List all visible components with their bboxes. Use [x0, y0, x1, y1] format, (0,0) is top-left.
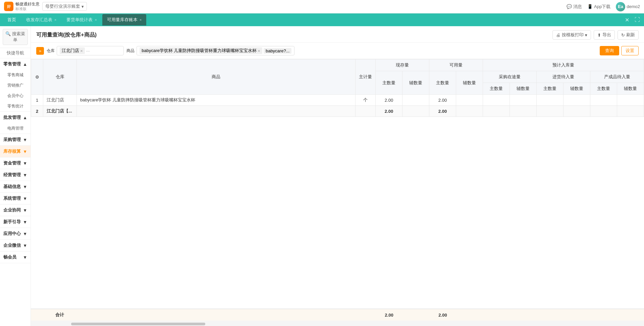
header-right: 💬 消息 📱 App下载 Ea demo2: [567, 2, 640, 11]
table-settings-header[interactable]: ⚙: [31, 59, 43, 95]
main-layout: 🔍 搜索菜单 快捷导航 零售管理 ▲ 零售商城 营销推广 会员中心 零售统计 批…: [0, 26, 644, 326]
retail-arrow-icon: ▲: [23, 62, 27, 67]
filter-expand-button[interactable]: »: [36, 47, 44, 55]
scroll-thumb[interactable]: [71, 323, 205, 325]
horizontal-scrollbar[interactable]: [31, 321, 644, 326]
query-actions: 查询 设置: [600, 46, 639, 55]
tab-order-stat[interactable]: 要货单统计表 ×: [62, 14, 101, 26]
row-2-current-main: 2.00: [376, 106, 402, 117]
order-stat-tab-close[interactable]: ×: [95, 18, 97, 22]
wechat-label: 企业微信: [3, 242, 21, 248]
maximize-button[interactable]: ⛶: [633, 16, 641, 24]
finance-arrow-icon: ▼: [23, 161, 27, 166]
page-header: 可用量查询(按仓库+商品) 🖨 按模板打印 ▾ ⬆ 导出 ↻ 刷新: [31, 26, 644, 43]
wholesale-arrow-icon: ▲: [23, 115, 27, 120]
close-window-button[interactable]: ✕: [624, 16, 631, 24]
sidebar-section-operation: 经营管理 ▼: [0, 169, 31, 181]
row-1-incoming-main: [537, 95, 564, 106]
sidebar-purchase-header[interactable]: 采购管理 ▼: [0, 134, 31, 145]
avatar: Ea: [616, 2, 625, 11]
msg-icon: 💬: [567, 4, 572, 9]
available-tab-label: 可用量库存账本: [107, 17, 138, 23]
sidebar-newuser-header[interactable]: 新手引导 ▼: [0, 216, 31, 228]
tab-receive[interactable]: 收发存汇总表 ×: [21, 14, 61, 26]
row-2-incoming-main: [537, 106, 564, 117]
row-1-index: 1: [31, 95, 43, 106]
warehouse-tag-close[interactable]: ×: [80, 48, 83, 53]
sidebar-appstore-header[interactable]: 应用中心 ▼: [0, 228, 31, 239]
sidebar-basic-header[interactable]: 基础信息 ▼: [0, 181, 31, 192]
incoming-header: 进货待入量: [537, 71, 590, 83]
sidebar-item-membership[interactable]: 会员中心: [0, 91, 31, 101]
purchase-label: 采购管理: [3, 137, 21, 143]
sidebar-item-retail-mall[interactable]: 零售商城: [0, 70, 31, 80]
sidebar-section-member: 畅会员 ▼: [0, 251, 31, 263]
setting-button[interactable]: 设置: [621, 46, 639, 55]
nav-right-actions: ✕ ⛶: [624, 16, 641, 24]
logo-text: 畅捷通好生意: [15, 2, 40, 6]
row-1-current-aux: [402, 95, 429, 106]
product-tag-2: babycare?...: [264, 48, 292, 54]
total-available-main: 2.00: [429, 313, 456, 318]
warehouse-dots: ···: [86, 48, 90, 53]
sidebar-section-appstore: 应用中心 ▼: [0, 228, 31, 240]
row-2-unit: [356, 106, 376, 117]
sidebar-section-wholesale: 批发管理 ▲ 电商管理: [0, 112, 31, 134]
sidebar-wholesale-header[interactable]: 批发管理 ▲: [0, 112, 31, 123]
print-button[interactable]: 🖨 按模板打印 ▾: [552, 30, 591, 40]
product-tag-1-close[interactable]: ×: [258, 48, 260, 53]
inventory-arrow-icon: ▼: [23, 149, 27, 154]
purchase-transit-header: 采购在途量: [483, 71, 537, 83]
warehouse-tag-value: 江北门店: [62, 48, 79, 54]
row-2-available-main: 2.00: [429, 106, 456, 117]
export-button[interactable]: ⬆ 导出: [594, 30, 615, 40]
refresh-label: 刷新: [626, 32, 635, 38]
sidebar: 🔍 搜索菜单 快捷导航 零售管理 ▲ 零售商城 营销推广 会员中心 零售统计 批…: [0, 26, 31, 326]
tab-home[interactable]: 首页: [3, 14, 21, 26]
available-main-qty-header: 主数量: [429, 71, 456, 95]
sidebar-operation-header[interactable]: 经营管理 ▼: [0, 169, 31, 181]
sidebar-member-header[interactable]: 畅会员 ▼: [0, 251, 31, 263]
home-tab-label: 首页: [7, 17, 16, 23]
product-column-header: 商品: [77, 59, 356, 95]
sidebar-search-area: 🔍 搜索菜单: [0, 26, 31, 48]
product-filter-input[interactable]: babycare学饮杯 儿童防摔防撞吸管杯重力球吸嘴杯宝宝水杯 × babyca…: [137, 46, 294, 55]
sidebar-system-header[interactable]: 系统管理 ▼: [0, 193, 31, 204]
industry-label: 母婴行业演示账套: [45, 3, 80, 9]
query-button[interactable]: 查询: [600, 46, 619, 55]
row-1-production-aux: [617, 95, 644, 106]
refresh-icon: ↻: [621, 33, 625, 38]
table-row: 2 江北门店【... 2.00 2.00: [31, 106, 644, 117]
sidebar-quicknav-button[interactable]: 快捷导航: [0, 48, 31, 58]
app-download-button[interactable]: 📱 App下载: [587, 4, 610, 10]
sidebar-item-retail-stat[interactable]: 零售统计: [0, 101, 31, 111]
sidebar-item-ecommerce[interactable]: 电商管理: [0, 123, 31, 134]
user-area[interactable]: Ea demo2: [616, 2, 640, 11]
sidebar-inventory-header[interactable]: 库存核算 ▼: [0, 146, 31, 157]
industry-selector[interactable]: 母婴行业演示账套 ▾: [42, 2, 87, 11]
warehouse-filter-input[interactable]: 江北门店 × ···: [57, 46, 124, 55]
tab-available[interactable]: 可用量库存账本 ×: [102, 14, 146, 26]
current-aux-qty-header: 辅数量: [402, 71, 429, 95]
quicknav-label: 快捷导航: [7, 50, 24, 55]
system-label: 系统管理: [3, 195, 21, 201]
total-label: 合计: [43, 312, 76, 318]
sidebar-wechat-header[interactable]: 企业微信 ▼: [0, 240, 31, 251]
receive-tab-close[interactable]: ×: [54, 18, 56, 22]
content-area: 可用量查询(按仓库+商品) 🖨 按模板打印 ▾ ⬆ 导出 ↻ 刷新: [31, 26, 644, 326]
sidebar-retail-header[interactable]: 零售管理 ▲: [0, 58, 31, 70]
available-aux-qty-header: 辅数量: [456, 71, 483, 95]
unit-column-header: 主计量: [356, 59, 376, 95]
sidebar-finance-header[interactable]: 资金管理 ▼: [0, 157, 31, 169]
app-label: App下载: [594, 4, 610, 10]
sidebar-enterprise-header[interactable]: 企业协同 ▼: [0, 204, 31, 216]
row-1-current-main: 2.00: [376, 95, 402, 106]
sidebar-section-system: 系统管理 ▼: [0, 193, 31, 204]
refresh-button[interactable]: ↻ 刷新: [618, 30, 639, 40]
available-tab-close[interactable]: ×: [140, 18, 142, 22]
production-main-header: 主数量: [590, 83, 617, 95]
warehouse-column-header: 仓库: [43, 59, 77, 95]
sidebar-item-marketing[interactable]: 营销推广: [0, 80, 31, 91]
msg-button[interactable]: 💬 消息: [567, 4, 582, 10]
sidebar-search-button[interactable]: 🔍 搜索菜单: [3, 29, 28, 45]
